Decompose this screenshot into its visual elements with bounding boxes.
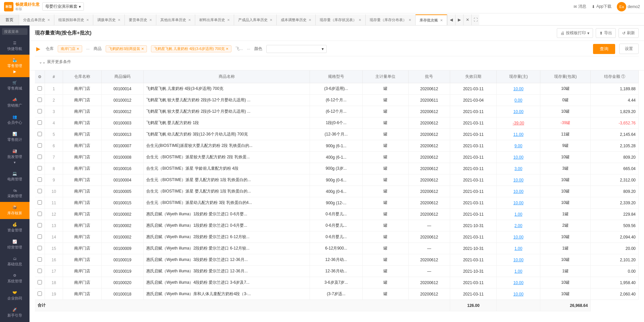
tab-xiancun1[interactable]: 现存量（库存状况表） ✕ (316, 14, 366, 25)
search-input[interactable] (2, 28, 28, 35)
tab-close-icon[interactable]: ✕ (227, 18, 230, 22)
export-button[interactable]: ⬆ 导出 (596, 28, 616, 38)
tab-close-icon[interactable]: ✕ (188, 18, 191, 22)
sidebar-item-mgmt[interactable]: 📈 经营管理 (0, 236, 30, 253)
expand-more-button[interactable]: ⌄⌄ 展开更多条件 (35, 58, 639, 66)
sidebar-item-retail-stat[interactable]: 📊 零售统计 (0, 128, 30, 146)
tab-qitachuku[interactable]: 其他出库单历史 ✕ (156, 14, 195, 25)
tab-kucun-batch[interactable]: 库存批次账 ✕ (416, 14, 447, 25)
sidebar-item-sys[interactable]: ⚙ 系统管理 (0, 270, 30, 287)
row-checkbox[interactable] (35, 129, 45, 140)
row-checkbox[interactable] (35, 243, 45, 254)
tab-close-icon[interactable]: ✕ (86, 18, 89, 22)
row-qty-main[interactable]: 11.00 (497, 129, 540, 140)
sidebar-item-guide[interactable]: 🚀 新手引导 (0, 304, 30, 321)
sidebar-item-nav[interactable]: ☰ 快捷导航 (0, 38, 30, 55)
setting-button[interactable]: 设置 (619, 44, 639, 54)
row-qty-main[interactable]: 1.00 (497, 209, 540, 220)
row-qty-main[interactable]: 10.00 (497, 254, 540, 266)
row-checkbox[interactable] (35, 117, 45, 129)
row-checkbox[interactable] (35, 106, 45, 117)
color-filter-input[interactable]: ▾ (266, 45, 327, 53)
row-checkbox[interactable] (35, 186, 45, 197)
tab-chengben[interactable]: 成本调整单历史 ✕ (277, 14, 316, 25)
tab-yaohuo[interactable]: 要货单历史 ✕ (125, 14, 156, 25)
row-qty-main[interactable]: 10.00 (497, 106, 540, 117)
row-qty-main[interactable]: 1.00 (497, 243, 540, 254)
row-checkbox[interactable] (35, 152, 45, 163)
sidebar-item-member[interactable]: 👥 会员中心 (0, 111, 30, 128)
row-qty-main[interactable]: 10.00 (497, 197, 540, 209)
sidebar-item-wholesale[interactable]: 🏭 批发管理 ▾ (0, 146, 30, 168)
tab-xiancun2[interactable]: 现存量（库存分布表） ✕ (366, 14, 416, 25)
th-settings[interactable]: ⚙ (35, 70, 45, 83)
tab-fullscreen-btn[interactable]: ⛶ (471, 14, 479, 25)
tab-close-icon[interactable]: ✕ (118, 18, 120, 22)
tab-fenpan[interactable]: 分盘点单历史 ✕ (19, 14, 54, 25)
sidebar-item-basic[interactable]: 🗂 基础信息 (0, 253, 30, 270)
product-tag-2-close-icon[interactable]: ✕ (226, 47, 228, 51)
print-button[interactable]: 🖨 按模板打印 ▾ (557, 28, 593, 38)
row-checkbox[interactable] (35, 277, 45, 288)
tab-close-icon[interactable]: ✕ (47, 18, 50, 22)
filter-expand-arrow[interactable]: ▶ (35, 46, 42, 52)
warehouse-tag-close-icon[interactable]: ✕ (76, 47, 79, 51)
product-tag-2[interactable]: 飞鹤星飞帆 儿童奶粉 4段(3-6岁适用) 700克 ✕ (151, 45, 231, 52)
row-checkbox[interactable] (35, 140, 45, 152)
row-qty-main[interactable]: 10.00 (497, 174, 540, 186)
row-qty-main[interactable]: 10.00 (497, 231, 540, 243)
product-more[interactable]: 飞... (235, 46, 243, 52)
row-checkbox[interactable] (35, 197, 45, 209)
sidebar-item-mall[interactable]: 🛒 零售商城 (0, 77, 30, 94)
row-qty-main[interactable]: 10.00 (497, 288, 540, 300)
row-qty-main[interactable]: 2.00 (497, 220, 540, 231)
row-checkbox[interactable] (35, 266, 45, 277)
sidebar-item-corp[interactable]: 🤝 企业协同 (0, 287, 30, 304)
query-button[interactable]: 查询 (593, 44, 615, 54)
row-qty-main[interactable]: 9.00 (497, 140, 540, 152)
sidebar-item-inventory[interactable]: 📦 库存核算 (0, 202, 30, 219)
messages-button[interactable]: ✉ 消息 (574, 4, 586, 9)
warehouse-tag[interactable]: 南岸门店 ✕ (58, 45, 82, 52)
row-checkbox[interactable] (35, 163, 45, 174)
sidebar-item-ecom[interactable]: 💻 电商管理 (0, 168, 30, 185)
row-qty-main[interactable]: 10.00 (497, 83, 540, 95)
row-checkbox[interactable] (35, 174, 45, 186)
row-checkbox[interactable] (35, 231, 45, 243)
row-qty-main[interactable]: 10.00 (497, 152, 540, 163)
row-checkbox[interactable] (35, 95, 45, 106)
product-more-dots[interactable]: ··· (247, 47, 250, 51)
app-download-button[interactable]: ⬇ App下载 (592, 4, 611, 9)
tab-chanchenpin[interactable]: 产成品入库单历史 ✕ (234, 14, 277, 25)
sidebar-item-purchase[interactable]: 🛍 采购管理 (0, 185, 30, 202)
tab-close-icon[interactable]: ✕ (409, 18, 411, 22)
row-checkbox[interactable] (35, 220, 45, 231)
tab-cailiao[interactable]: 材料出库单历史 ✕ (195, 14, 234, 25)
product-tag-1-close-icon[interactable]: ✕ (141, 47, 144, 51)
row-checkbox[interactable] (35, 288, 45, 300)
tab-close-icon[interactable]: ✕ (270, 18, 272, 22)
tab-close-icon[interactable]: ✕ (309, 18, 311, 22)
tab-diaob[interactable]: 调拨单历史 ✕ (93, 14, 125, 25)
row-qty-main[interactable]: 1.00 (497, 266, 540, 277)
row-qty-main[interactable]: 3.00 (497, 163, 540, 174)
row-qty-main[interactable]: 0.00 (497, 95, 540, 106)
row-checkbox[interactable] (35, 254, 45, 266)
tab-close-all-btn[interactable]: ✕ (463, 14, 471, 25)
row-qty-main[interactable]: -39.00 (497, 117, 540, 129)
account-selector[interactable]: 母婴行业演示账套 ▾ (42, 2, 84, 11)
user-avatar-area[interactable]: Ea demo2 (617, 2, 640, 11)
tab-close-icon[interactable]: ✕ (359, 18, 361, 22)
row-qty-main[interactable]: 10.00 (497, 186, 540, 197)
tab-zuchaixi[interactable]: 组装拆卸单历史 ✕ (54, 14, 93, 25)
warehouse-more[interactable]: ··· (86, 47, 90, 51)
refresh-button[interactable]: ↺ 刷新 (619, 28, 639, 38)
tab-close-icon[interactable]: ✕ (149, 18, 152, 22)
tab-prev-btn[interactable]: ◀ (447, 14, 455, 25)
row-checkbox[interactable] (35, 83, 45, 95)
row-checkbox[interactable] (35, 209, 45, 220)
sidebar-item-marketing[interactable]: 📣 营销推广 (0, 94, 30, 111)
tab-close-active-icon[interactable]: ✕ (440, 18, 443, 22)
tab-home[interactable]: 首页 (0, 14, 19, 25)
sidebar-item-finance[interactable]: 💰 资金管理 (0, 219, 30, 236)
